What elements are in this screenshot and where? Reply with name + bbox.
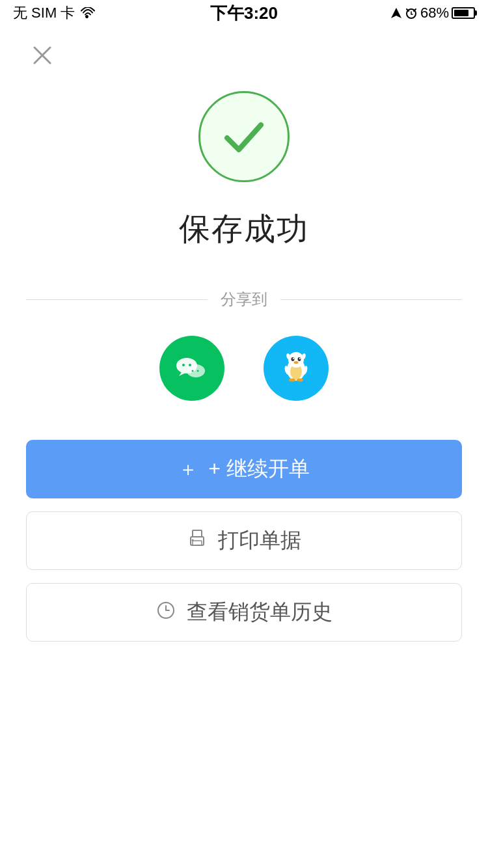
history-label: 查看销货单历史	[187, 598, 332, 627]
svg-point-12	[291, 357, 295, 361]
share-divider: 分享到	[26, 289, 462, 310]
close-icon	[32, 45, 53, 66]
svg-point-8	[197, 370, 199, 372]
history-icon	[156, 600, 176, 625]
plus-icon: ＋	[178, 456, 198, 483]
svg-rect-24	[193, 530, 202, 537]
share-icons-row	[26, 336, 462, 401]
svg-point-4	[187, 364, 205, 377]
svg-point-26	[192, 539, 194, 541]
svg-rect-25	[193, 541, 202, 545]
success-circle	[198, 91, 290, 182]
battery-icon	[452, 7, 475, 19]
share-section: 分享到	[26, 289, 462, 401]
divider-right	[280, 299, 462, 300]
close-button[interactable]	[26, 39, 59, 72]
share-qq-button[interactable]	[264, 336, 329, 401]
print-icon	[187, 528, 208, 554]
location-icon	[390, 7, 402, 19]
wechat-icon	[172, 349, 211, 388]
continue-label: + 继续开单	[208, 455, 310, 483]
wifi-icon	[80, 7, 96, 19]
share-wechat-button[interactable]	[159, 336, 224, 401]
checkmark-icon	[218, 111, 270, 163]
divider-left	[26, 299, 208, 300]
continue-button[interactable]: ＋ + 继续开单	[26, 440, 462, 498]
success-title: 保存成功	[179, 208, 309, 250]
status-bar: 无 SIM 卡 下午3:20 68%	[0, 0, 488, 26]
qq-icon	[277, 349, 316, 388]
svg-point-5	[182, 364, 185, 366]
battery-percent: 68%	[420, 5, 449, 21]
print-label: 打印单据	[218, 526, 301, 555]
svg-point-16	[294, 361, 299, 364]
print-button[interactable]: 打印单据	[26, 511, 462, 570]
svg-point-6	[189, 364, 191, 366]
svg-point-19	[289, 379, 295, 382]
alarm-icon	[405, 7, 418, 20]
action-buttons: ＋ + 继续开单 打印单据 查看销货单历	[26, 440, 462, 642]
svg-point-20	[297, 379, 303, 382]
svg-point-15	[299, 358, 301, 359]
svg-point-14	[293, 358, 294, 359]
status-right: 68%	[390, 5, 475, 21]
status-time: 下午3:20	[210, 2, 278, 25]
svg-point-7	[192, 370, 194, 372]
svg-point-13	[298, 357, 301, 361]
carrier-text: 无 SIM 卡	[13, 3, 75, 23]
share-label: 分享到	[221, 289, 267, 310]
svg-point-11	[288, 352, 304, 368]
status-left: 无 SIM 卡	[13, 3, 96, 23]
main-content: 保存成功 分享到	[0, 26, 488, 655]
history-button[interactable]: 查看销货单历史	[26, 583, 462, 642]
